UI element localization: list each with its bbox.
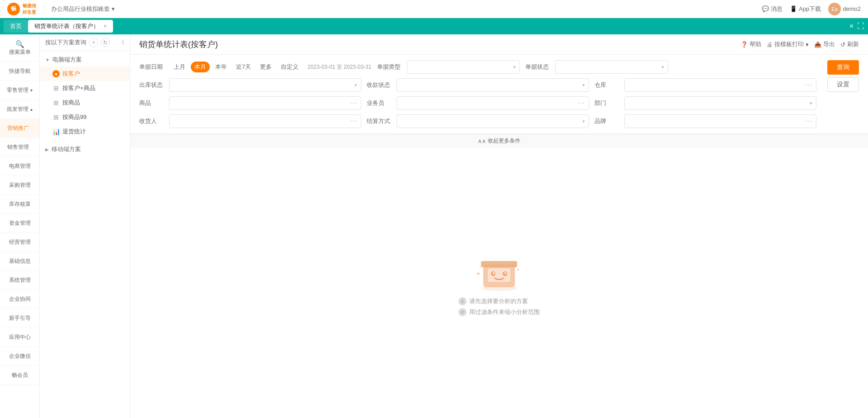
collapse-panel-btn[interactable]: 《	[118, 38, 124, 47]
sidebar-item-purchase[interactable]: 采购管理	[0, 176, 39, 195]
scheme-return-stats-label: 退货统计	[62, 128, 86, 136]
sidebar-item-basicinfo[interactable]: 基础信息	[0, 252, 39, 271]
sidebar-item-ecommerce-label: 电商管理	[9, 163, 31, 169]
export-label: 导出	[823, 40, 835, 48]
sidebar-item-marketing-label: 营销推广	[7, 125, 29, 131]
logo-area: 畅 畅捷信 好生意	[7, 3, 36, 15]
empty-illustration: ✦ ✦ ✦	[472, 247, 526, 292]
content-area: 按以下方案查询 + ↻ 《 ▼ 电脑端方案 ● 按客户 ⊞ 按客户+商品	[40, 34, 868, 418]
sidebar-item-wholesale[interactable]: 批发管理 ▴	[0, 100, 39, 119]
refresh-btn[interactable]: ↺ 刷新	[840, 40, 859, 48]
warehouse-control[interactable]: ···	[624, 78, 816, 92]
sidebar-item-newbie[interactable]: 新手引导	[0, 309, 39, 328]
date-tab-custom[interactable]: 自定义	[277, 62, 302, 72]
sidebar-item-inventory[interactable]: 库存核算	[0, 195, 39, 214]
sidebar-item-retail[interactable]: 零售管理 ▾	[0, 81, 39, 100]
left-panel: 按以下方案查询 + ↻ 《 ▼ 电脑端方案 ● 按客户 ⊞ 按客户+商品	[40, 34, 130, 418]
refresh-scheme-btn[interactable]: ↻	[101, 38, 110, 47]
mobile-group-arrow-icon: ▶	[45, 147, 49, 152]
sidebar-item-search[interactable]: 🔍 搜索菜单	[0, 34, 39, 62]
tab-maximize-action[interactable]: ⛶	[857, 22, 864, 30]
recipient-control[interactable]: ···	[169, 114, 361, 128]
add-scheme-btn[interactable]: +	[89, 38, 98, 47]
date-tab-last-7-days[interactable]: 近7天	[232, 62, 255, 72]
sidebar-item-ecommerce[interactable]: 电商管理	[0, 157, 39, 176]
settlement-control[interactable]: ▾	[396, 114, 589, 128]
query-button[interactable]: 查询	[827, 60, 859, 75]
svg-text:✦: ✦	[516, 267, 520, 272]
settlement-dropdown-icon: ▾	[582, 119, 585, 124]
date-tab-this-year[interactable]: 本年	[212, 62, 231, 72]
receipt-status-control[interactable]: ▾	[396, 78, 589, 92]
sidebar-item-wechat[interactable]: 企业微信	[0, 347, 39, 366]
doc-type-dropdown-icon: ▾	[513, 64, 516, 70]
scheme-item-return-stats[interactable]: 📊 退货统计	[40, 124, 130, 139]
sidebar-item-quicknav[interactable]: 快捷导航	[0, 62, 39, 81]
sidebar-item-quicknav-label: 快捷导航	[2, 67, 38, 75]
scheme-item-by-customer-product[interactable]: ⊞ 按客户+商品	[40, 81, 130, 95]
scheme-item-by-product[interactable]: ⊞ 按商品	[40, 95, 130, 110]
warehouse-label: 仓库	[594, 81, 622, 89]
doc-status-control[interactable]: ▾	[555, 60, 668, 74]
message-icon: 💬	[762, 5, 769, 12]
retail-arrow-icon: ▾	[30, 88, 33, 93]
filter-row-4: 收货人 ··· 结算方式 ▾	[139, 114, 816, 128]
messages-btn[interactable]: 💬 消息	[762, 5, 783, 13]
scheme-by-product-99-icon: ⊞	[52, 114, 60, 121]
sidebar-item-finance-label: 资金管理	[9, 220, 31, 226]
filter-row-2: 出库状态 ▾ 收款状态 ▾	[139, 78, 816, 92]
top-bar: 畅 畅捷信 好生意 办公用品行业模拟账套 ▾ 💬 消息 📱 App下载 Ea d…	[0, 0, 868, 18]
date-tabs: 上月 本月 本年 近7天 更多 自定义	[170, 62, 302, 72]
scheme-group-mobile-title[interactable]: ▶ 移动端方案	[40, 142, 130, 156]
product-control[interactable]: ···	[169, 96, 361, 110]
breadcrumb-arrow: ▾	[112, 5, 115, 12]
user-area[interactable]: Ea demo2	[828, 3, 861, 15]
sidebar-item-finance[interactable]: 资金管理	[0, 214, 39, 233]
scheme-item-by-customer[interactable]: ● 按客户	[40, 66, 130, 81]
print-label: 按模板打印	[774, 40, 804, 48]
logo-text: 畅捷信 好生意	[23, 3, 36, 15]
hint-num-2: ②	[458, 308, 467, 316]
print-template-btn[interactable]: 🖨 按模板打印 ▾	[767, 40, 809, 48]
sidebar-item-member[interactable]: 畅会员	[0, 366, 39, 385]
sidebar-item-sales[interactable]: 销售管理	[0, 138, 39, 157]
sidebar-item-appcenter-label: 应用中心	[9, 334, 31, 340]
doc-type-control[interactable]: ▾	[407, 60, 520, 74]
product-dots-icon: ···	[350, 99, 357, 107]
collapse-row[interactable]: ∧∧ 收起更多条件	[130, 134, 868, 147]
tab-close-action[interactable]: ×	[849, 22, 854, 30]
tab-home[interactable]: 首页	[4, 20, 28, 33]
product-label: 商品	[139, 99, 166, 107]
date-tab-last-month[interactable]: 上月	[170, 62, 189, 72]
doc-status-dropdown-icon: ▾	[661, 64, 664, 70]
sidebar-item-sysadmin[interactable]: 系统管理	[0, 271, 39, 290]
salesperson-control[interactable]: ···	[396, 96, 589, 110]
sidebar-item-operations[interactable]: 经营管理	[0, 233, 39, 252]
date-tab-more[interactable]: 更多	[256, 62, 275, 72]
out-status-control[interactable]: ▾	[169, 78, 361, 92]
settings-button[interactable]: 设置	[827, 77, 859, 92]
scheme-item-by-product-99[interactable]: ⊞ 按商品99	[40, 110, 130, 124]
receipt-status-filter: 收款状态 ▾	[367, 78, 589, 92]
tab-sales-stat[interactable]: 销货单统计表（按客户） ×	[28, 20, 113, 33]
sidebar-item-enterprise[interactable]: 企业协同	[0, 290, 39, 309]
app-download-btn[interactable]: 📱 App下载	[790, 5, 821, 13]
export-btn[interactable]: 📤 导出	[814, 40, 835, 48]
department-control[interactable]: ▾	[624, 96, 816, 110]
scheme-return-stats-icon: 📊	[52, 128, 60, 135]
scheme-group-desktop-title[interactable]: ▼ 电脑端方案	[40, 53, 130, 66]
messages-label: 消息	[771, 5, 783, 13]
query-btn-group: 查询 设置	[827, 60, 859, 128]
sidebar-item-appcenter[interactable]: 应用中心	[0, 328, 39, 347]
avatar: Ea	[828, 3, 841, 15]
hint-num-1: ①	[458, 297, 467, 305]
tab-close-btn[interactable]: ×	[104, 23, 107, 29]
filter-content: 单据日期 上月 本月 本年 近7天 更多 自定义 2023-03-01 至 20…	[139, 60, 859, 128]
date-tab-this-month[interactable]: 本月	[191, 62, 210, 72]
brand-control[interactable]: ···	[624, 114, 816, 128]
tab-bar-actions: × ⛶	[849, 22, 864, 30]
help-btn[interactable]: ❓ 帮助	[741, 40, 761, 48]
department-filter: 部门 ▾	[594, 96, 816, 110]
date-range-text: 2023-03-01 至 2023-03-31	[307, 63, 371, 71]
sidebar-item-marketing[interactable]: 营销推广	[0, 119, 39, 138]
